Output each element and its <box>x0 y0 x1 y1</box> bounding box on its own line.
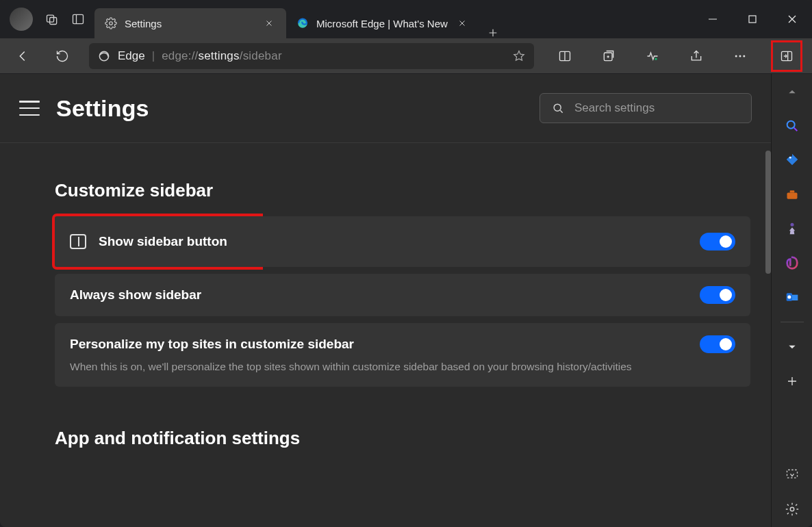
gear-icon <box>104 16 118 30</box>
titlebar-left <box>0 0 94 38</box>
svg-rect-2 <box>73 14 84 23</box>
favorite-star-icon[interactable] <box>512 49 526 63</box>
tab-settings[interactable]: Settings <box>94 8 286 38</box>
tab-label: Microsoft Edge | What's New <box>316 18 448 29</box>
svg-point-23 <box>790 507 794 511</box>
menu-button[interactable] <box>19 101 40 116</box>
svg-point-10 <box>735 55 737 57</box>
omnibox-separator: | <box>152 49 155 63</box>
browser-window: Settings Microsoft Edge | What's New <box>0 0 812 527</box>
svg-point-9 <box>655 57 657 60</box>
tab-close-button[interactable] <box>262 16 277 31</box>
maximize-button[interactable] <box>733 5 772 33</box>
svg-rect-5 <box>749 16 756 23</box>
sidebar-office-icon[interactable] <box>780 250 804 275</box>
setting-description: When this is on, we'll personalize the t… <box>70 359 735 374</box>
sidebar-toggle-highlight <box>771 40 802 72</box>
setting-label: Always show sidebar <box>70 287 201 303</box>
svg-point-14 <box>554 104 561 111</box>
settings-card-stack: Show sidebar button Always show sidebar <box>55 216 750 387</box>
settings-header: Settings <box>0 74 771 142</box>
sidebar-expand-icon[interactable] <box>780 335 804 359</box>
toggle-always-show-sidebar[interactable] <box>700 286 735 304</box>
window-controls <box>693 0 812 38</box>
scrollbar-thumb[interactable] <box>765 151 771 274</box>
svg-rect-0 <box>47 15 54 22</box>
setting-always-show-sidebar[interactable]: Always show sidebar <box>55 274 750 316</box>
sidebar-games-icon[interactable] <box>780 216 804 241</box>
split-screen-icon[interactable] <box>552 43 578 69</box>
sidebar-tools-icon[interactable] <box>780 182 804 207</box>
sidebar-toggle-button[interactable] <box>774 43 800 69</box>
settings-search-input[interactable] <box>574 101 740 115</box>
refresh-button[interactable] <box>49 43 75 69</box>
toggle-personalize-top-sites[interactable] <box>700 335 735 353</box>
omnibox[interactable]: Edge | edge://settings/sidebar <box>89 43 534 69</box>
page-title: Settings <box>56 95 149 122</box>
setting-label: Personalize my top sites in customize si… <box>70 337 354 352</box>
collections-icon[interactable] <box>596 43 622 69</box>
workspaces-icon[interactable] <box>45 12 59 26</box>
sidebar-add-icon[interactable] <box>780 369 804 394</box>
sidebar-separator <box>781 322 804 322</box>
svg-point-16 <box>789 157 791 159</box>
setting-label: Show sidebar button <box>99 234 227 249</box>
more-menu-icon[interactable] <box>727 43 753 69</box>
omnibox-url: edge://settings/sidebar <box>162 49 282 63</box>
share-icon[interactable] <box>683 43 709 69</box>
tab-strip: Settings Microsoft Edge | What's New <box>94 0 693 38</box>
svg-point-21 <box>787 296 791 299</box>
omnibox-token: Edge <box>118 49 145 63</box>
profile-avatar[interactable] <box>10 8 33 31</box>
sidebar-search-icon[interactable] <box>780 114 804 138</box>
address-bar: Edge | edge://settings/sidebar <box>0 38 812 74</box>
setting-personalize-top-sites[interactable]: Personalize my top sites in customize si… <box>55 323 750 387</box>
sidebar-scroll-up-icon[interactable] <box>780 79 804 104</box>
sidebar-panel-icon <box>70 234 86 249</box>
setting-show-sidebar-button[interactable]: Show sidebar button <box>55 216 260 267</box>
titlebar: Settings Microsoft Edge | What's New <box>0 0 812 38</box>
svg-point-12 <box>743 55 745 57</box>
performance-icon[interactable] <box>639 43 665 69</box>
svg-point-19 <box>790 223 794 227</box>
settings-page: Settings Customize sidebar <box>0 74 771 527</box>
search-icon <box>551 101 565 115</box>
settings-search[interactable] <box>540 93 752 123</box>
edge-icon <box>296 16 309 30</box>
sidebar-settings-gear-icon[interactable] <box>780 497 804 522</box>
setting-show-sidebar-button-right <box>260 216 750 267</box>
section-app-notification: App and notification settings <box>55 428 750 449</box>
section-customize-sidebar: Customize sidebar <box>55 180 750 201</box>
back-button[interactable] <box>10 43 36 69</box>
edge-logo-icon <box>97 49 111 63</box>
address-actions <box>552 40 802 72</box>
vertical-sidebar <box>771 74 812 527</box>
svg-point-15 <box>787 121 794 129</box>
tab-close-button[interactable] <box>455 16 470 31</box>
svg-point-3 <box>110 22 113 25</box>
svg-rect-17 <box>787 193 797 199</box>
svg-rect-18 <box>789 190 794 192</box>
tab-whatsnew[interactable]: Microsoft Edge | What's New <box>286 8 479 38</box>
sidebar-shopping-tag-icon[interactable] <box>780 148 804 172</box>
tab-actions-icon[interactable] <box>71 12 85 26</box>
svg-point-11 <box>739 55 741 57</box>
tab-label: Settings <box>125 18 162 29</box>
body-split: Settings Customize sidebar <box>0 74 812 527</box>
new-tab-button[interactable] <box>479 27 507 38</box>
settings-body: Customize sidebar Show sidebar button <box>0 143 771 527</box>
sidebar-screenshot-icon[interactable] <box>780 463 804 487</box>
minimize-button[interactable] <box>693 5 733 33</box>
close-window-button[interactable] <box>772 5 812 33</box>
svg-rect-1 <box>50 18 57 25</box>
sidebar-outlook-icon[interactable] <box>780 285 804 309</box>
toggle-show-sidebar-button[interactable] <box>700 233 735 250</box>
